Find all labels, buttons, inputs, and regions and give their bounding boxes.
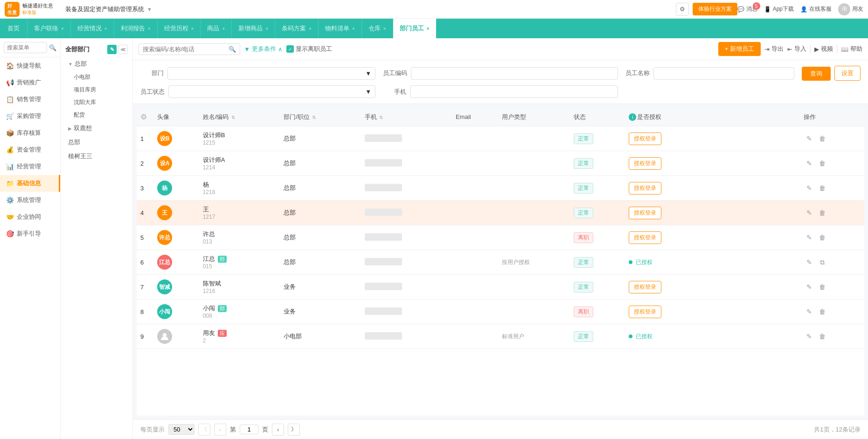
online-service-button[interactable]: 👤 在线客服 (800, 5, 832, 13)
export-button[interactable]: ⇥ 导出 (764, 45, 784, 53)
message-button[interactable]: 💬 消息 5 (737, 5, 757, 13)
filter-chevron: ∧ (278, 46, 283, 53)
sidebar-search-input[interactable] (4, 42, 47, 53)
next-page-button[interactable]: › (272, 424, 284, 436)
copy-button[interactable]: ⧉ (817, 257, 828, 268)
edit-button[interactable]: ✎ (804, 133, 815, 144)
table-settings-icon[interactable]: ⚙ (140, 113, 147, 121)
edit-button[interactable]: ✎ (804, 182, 815, 194)
tab-employees[interactable]: 部门员工 × (393, 19, 437, 38)
avatar: 设A (157, 156, 172, 171)
code-filter-input[interactable] (411, 67, 618, 80)
auth-login-button[interactable]: 授权登录 (629, 231, 661, 244)
dept-node-shuanglu[interactable]: ▶ 双鹿想 (61, 121, 132, 135)
auth-login-button[interactable]: 授权登录 (629, 182, 661, 195)
auth-login-button[interactable]: 授权登录 (629, 281, 661, 293)
tab-new-goods[interactable]: 新增商品 × (232, 19, 275, 38)
tab-home[interactable]: 首页 (0, 19, 28, 38)
tab-barcode[interactable]: 条码方案 × (275, 19, 319, 38)
dept-node-zhishu[interactable]: 植树王三 (61, 149, 132, 163)
sidebar-item-business[interactable]: 📊 经营管理 (0, 158, 60, 175)
sidebar-item-basic[interactable]: 📁 基础信息 (0, 175, 60, 192)
avatar: 设B (157, 131, 172, 146)
app-download-button[interactable]: 📱 App下载 (764, 5, 794, 13)
page-number-input[interactable] (240, 425, 258, 434)
auth-login-button[interactable]: 授权登录 (629, 306, 661, 318)
edit-button[interactable]: ✎ (804, 306, 815, 317)
search-icon: 🔍 (229, 46, 236, 53)
filter-setting-button[interactable]: 设置 (834, 66, 861, 81)
edit-button[interactable]: ✎ (804, 232, 815, 243)
trial-button[interactable]: 体验行业方案 (693, 3, 737, 15)
auth-login-button[interactable]: 授权登录 (629, 132, 661, 145)
auth-login-button[interactable]: 授权登录 (629, 207, 661, 219)
table-row: 8 小闯 小闯 部 008 业务 离职 授权登录 (137, 300, 864, 324)
import-icon: ⇤ (787, 46, 792, 53)
search-input[interactable] (143, 46, 227, 53)
sidebar-item-marketing[interactable]: 📢 营销推广 (0, 74, 60, 91)
edit-button[interactable]: ✎ (804, 331, 815, 342)
tab-profit[interactable]: 利润报告 × (114, 19, 158, 38)
sidebar-item-purchase[interactable]: 🛒 采购管理 (0, 108, 60, 125)
first-page-button[interactable]: 《 (198, 424, 210, 436)
filter-status-row: 员工状态 ▼ (140, 85, 375, 98)
user-type: 按用户授权 (502, 259, 530, 265)
edit-button[interactable]: ✎ (804, 207, 815, 218)
status-filter-label: 员工状态 (140, 88, 165, 96)
tab-operation[interactable]: 经营情况 × (71, 19, 114, 38)
dept-child-shenyang[interactable]: 沈阳大库 (61, 96, 132, 109)
query-button[interactable]: 查询 (802, 67, 831, 81)
settings-button[interactable]: ⚙ (676, 3, 689, 16)
help-button[interactable]: 📖 帮助 (841, 45, 862, 53)
show-resign-checkbox[interactable]: ✓ (286, 45, 294, 53)
delete-button[interactable]: 🗑 (817, 281, 828, 293)
view-button[interactable]: ▶ 视频 (814, 45, 833, 53)
status-filter-select[interactable]: ▼ (168, 85, 375, 98)
dept-child-peihuo[interactable]: 配货 (61, 109, 132, 121)
sidebar-item-inventory[interactable]: 📦 库存核算 (0, 125, 60, 141)
add-employee-button[interactable]: + 新增员工 (718, 42, 761, 56)
delete-button[interactable]: 🗑 (817, 182, 828, 194)
tab-goods[interactable]: 商品 × (201, 19, 232, 38)
system-dropdown-icon[interactable]: ▼ (147, 7, 152, 12)
dept-child-xiaodian[interactable]: 小电部 (61, 71, 132, 84)
sidebar-item-guide[interactable]: 🎯 新手引导 (0, 225, 60, 242)
sidebar-item-nav[interactable]: 🏠 快捷导航 (0, 57, 60, 74)
dept-node-zonbu[interactable]: 总部 (61, 135, 132, 149)
dept-collapse-icon[interactable]: ≪ (118, 45, 128, 54)
delete-button[interactable]: 🗑 (817, 331, 828, 342)
tab-customer[interactable]: 客户联络 × (28, 19, 71, 38)
dept-edit-icon[interactable]: ✎ (107, 45, 117, 54)
delete-button[interactable]: 🗑 (817, 232, 828, 243)
last-page-button[interactable]: 》 (288, 424, 300, 436)
phone-blur (365, 233, 402, 241)
page-size-select[interactable]: 50 20 100 (168, 424, 194, 435)
sidebar-item-sales[interactable]: 📋 销售管理 (0, 91, 60, 108)
delete-button[interactable]: 🗑 (817, 158, 828, 169)
table-row: 1 设B 设计师B1215 总部 正常 授权登录 ✎ (137, 126, 864, 151)
import-button[interactable]: ⇤ 导入 (787, 45, 806, 53)
more-filter-button[interactable]: ▼ 更多条件 ∧ (244, 45, 283, 53)
dept-node-head[interactable]: ▼ 总部 (61, 57, 132, 71)
delete-button[interactable]: 🗑 (817, 306, 828, 317)
auth-login-button[interactable]: 授权登录 (629, 157, 661, 170)
edit-button[interactable]: ✎ (804, 281, 815, 293)
logo-title: 畅捷通好生意 (22, 2, 53, 9)
edit-button[interactable]: ✎ (804, 257, 815, 268)
delete-button[interactable]: 🗑 (817, 133, 828, 144)
user-area[interactable]: 用 用友 (838, 3, 863, 15)
sidebar-item-finance[interactable]: 💰 资金管理 (0, 141, 60, 158)
tab-bom[interactable]: 物料清单 × (319, 19, 362, 38)
dept-child-xiangmu[interactable]: 项目库房 (61, 84, 132, 96)
tab-warehouse[interactable]: 仓库 × (362, 19, 393, 38)
dept-filter-select[interactable]: ▼ (167, 67, 375, 80)
edit-button[interactable]: ✎ (804, 158, 815, 169)
delete-button[interactable]: 🗑 (817, 207, 828, 218)
sidebar-item-system[interactable]: ⚙️ 系统管理 (0, 192, 60, 209)
show-resign-label[interactable]: ✓ 显示离职员工 (286, 45, 332, 53)
phone-filter-input[interactable] (410, 85, 618, 98)
prev-page-button[interactable]: ‹ (214, 424, 226, 436)
sidebar-item-collab[interactable]: 🤝 企业协同 (0, 209, 60, 225)
tab-history[interactable]: 经营历程 × (158, 19, 201, 38)
name-filter-input[interactable] (653, 67, 794, 80)
